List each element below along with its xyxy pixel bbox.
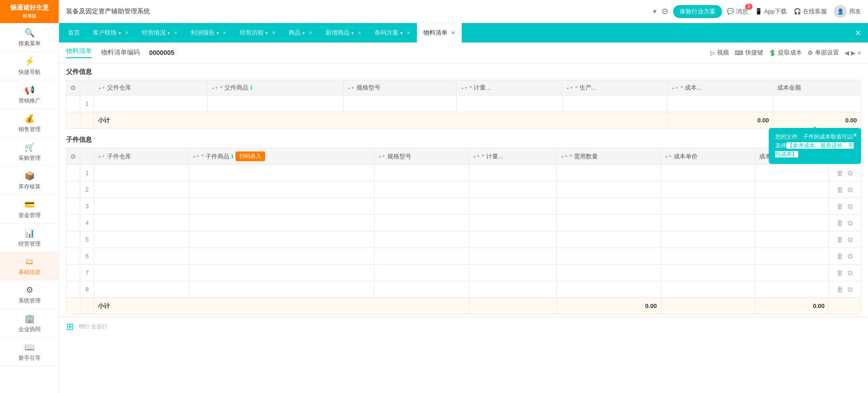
child-row-amount[interactable]: [755, 248, 829, 265]
child-row-goods[interactable]: [188, 231, 374, 248]
tab-history-close[interactable]: ✕: [271, 30, 276, 36]
child-row-spec[interactable]: [374, 181, 469, 198]
child-row-spec[interactable]: [374, 231, 469, 248]
gear-icon[interactable]: ⚙: [70, 84, 76, 91]
child-row-unit-cost[interactable]: [661, 248, 755, 265]
child-row-unit-cost[interactable]: [661, 198, 755, 215]
child-row-qty[interactable]: [557, 165, 661, 181]
copy-icon[interactable]: ⧉: [848, 219, 853, 227]
child-row-amount[interactable]: [755, 231, 829, 248]
copy-icon[interactable]: ⧉: [848, 169, 853, 177]
tab-profit[interactable]: 利润报告 ▾ ✕: [184, 23, 233, 42]
tab-customers-close[interactable]: ✕: [125, 30, 129, 36]
copy-icon[interactable]: ⧉: [848, 269, 853, 277]
child-row-goods[interactable]: [188, 165, 374, 181]
tab-history[interactable]: 经营历程 ▾ ✕: [233, 23, 282, 42]
child-row-goods[interactable]: [188, 248, 374, 265]
online-support-item[interactable]: 🎧 在线客服: [794, 7, 827, 16]
child-row-warehouse[interactable]: [94, 198, 189, 215]
child-row-unit-cost[interactable]: [661, 231, 755, 248]
tab-goods-close[interactable]: ✕: [308, 30, 313, 36]
child-row-warehouse[interactable]: [94, 181, 189, 198]
child-row-unit-cost[interactable]: [661, 181, 755, 198]
child-row-warehouse[interactable]: [94, 248, 189, 265]
child-row-unit[interactable]: [469, 281, 557, 298]
copy-icon[interactable]: ⧉: [848, 236, 853, 243]
tab-operations-close[interactable]: ✕: [174, 30, 178, 36]
tab-operations[interactable]: 经营情况 ▾ ✕: [135, 23, 184, 42]
child-row-spec[interactable]: [374, 215, 469, 231]
sub-tab-bom-list[interactable]: 物料清单: [66, 47, 92, 58]
parent-row-unit[interactable]: [457, 96, 562, 112]
gear-icon2[interactable]: ⚙: [70, 153, 76, 160]
child-row-amount[interactable]: [755, 215, 829, 231]
parent-row-produce[interactable]: [562, 96, 667, 112]
child-row-qty[interactable]: [557, 265, 661, 281]
parent-row-goods[interactable]: [207, 96, 344, 112]
child-row-warehouse[interactable]: [94, 265, 189, 281]
tab-bom-close[interactable]: ✕: [451, 30, 455, 36]
sub-tab-bom-code[interactable]: 物料清单编码: [101, 48, 140, 57]
child-row-unit-cost[interactable]: [661, 281, 755, 298]
action-settings[interactable]: ⚙ 单据设置: [808, 48, 839, 57]
parent-row-warehouse[interactable]: [94, 96, 207, 112]
copy-icon[interactable]: ⧉: [848, 186, 853, 193]
action-cost[interactable]: 💲 提取成本: [769, 48, 802, 57]
copy-icon[interactable]: ⧉: [848, 285, 853, 293]
message-item[interactable]: 💬 消息 6: [727, 7, 748, 16]
tab-barcode-close[interactable]: ✕: [406, 30, 410, 36]
delete-icon[interactable]: 🗑: [837, 252, 844, 260]
parent-row-cost[interactable]: [668, 96, 773, 112]
child-row-amount[interactable]: [755, 181, 829, 198]
delete-icon[interactable]: 🗑: [837, 236, 844, 243]
sidebar-item-sales[interactable]: 💰 销售管理: [0, 109, 59, 138]
child-row-spec[interactable]: [374, 165, 469, 181]
app-download-item[interactable]: 📱 App下载: [755, 7, 787, 16]
child-row-spec[interactable]: [374, 281, 469, 298]
tab-home[interactable]: 首页: [61, 23, 86, 42]
dropdown-icon[interactable]: ▾: [653, 7, 657, 16]
copy-icon[interactable]: ⧉: [848, 252, 853, 260]
child-row-warehouse[interactable]: [94, 215, 189, 231]
tab-bom[interactable]: 物料清单 ✕: [417, 23, 462, 42]
child-row-amount[interactable]: [755, 198, 829, 215]
child-row-qty[interactable]: [557, 281, 661, 298]
child-row-qty[interactable]: [557, 248, 661, 265]
child-row-unit[interactable]: [469, 181, 557, 198]
child-row-warehouse[interactable]: [94, 231, 189, 248]
sidebar-item-basic[interactable]: 🗂 基础信息: [0, 252, 59, 280]
delete-icon[interactable]: 🗑: [837, 269, 844, 277]
sidebar-item-marketing[interactable]: 📢 营销推广: [0, 80, 59, 109]
tooltip-close-button[interactable]: ✕: [852, 131, 857, 140]
action-view[interactable]: ▷ 视频: [711, 48, 729, 57]
tab-barcode[interactable]: 条码方案 ▾ ✕: [368, 23, 417, 42]
delete-icon[interactable]: 🗑: [837, 285, 844, 293]
close-all-tabs[interactable]: ✕: [850, 29, 866, 37]
copy-icon[interactable]: ⧉: [848, 202, 853, 210]
child-row-goods[interactable]: [188, 215, 374, 231]
child-row-warehouse[interactable]: [94, 165, 189, 181]
child-row-unit[interactable]: [469, 215, 557, 231]
child-row-amount[interactable]: [755, 165, 829, 181]
child-row-goods[interactable]: [188, 281, 374, 298]
child-row-unit-cost[interactable]: [661, 265, 755, 281]
child-row-qty[interactable]: [557, 181, 661, 198]
child-row-goods[interactable]: [188, 265, 374, 281]
add-rows-icon[interactable]: ⊞: [66, 321, 74, 332]
user-area[interactable]: 👤 用友: [834, 5, 861, 18]
child-row-unit-cost[interactable]: [661, 165, 755, 181]
child-row-qty[interactable]: [557, 198, 661, 215]
sidebar-item-finance[interactable]: 💳 资金管理: [0, 195, 59, 224]
child-row-warehouse[interactable]: [94, 281, 189, 298]
tab-profit-close[interactable]: ✕: [223, 30, 227, 36]
sidebar-item-ops[interactable]: 📊 经营管理: [0, 224, 59, 252]
sidebar-item-search[interactable]: 🔍 搜索菜单: [0, 23, 59, 52]
child-row-unit[interactable]: [469, 198, 557, 215]
sidebar-item-purchase[interactable]: 🛒 采购管理: [0, 138, 59, 166]
child-row-unit[interactable]: [469, 265, 557, 281]
child-row-unit-cost[interactable]: [661, 215, 755, 231]
child-row-spec[interactable]: [374, 248, 469, 265]
child-row-goods[interactable]: [188, 198, 374, 215]
next-icon[interactable]: ▶: [851, 49, 856, 56]
tab-customers[interactable]: 客户联络 ▾ ✕: [86, 23, 135, 42]
